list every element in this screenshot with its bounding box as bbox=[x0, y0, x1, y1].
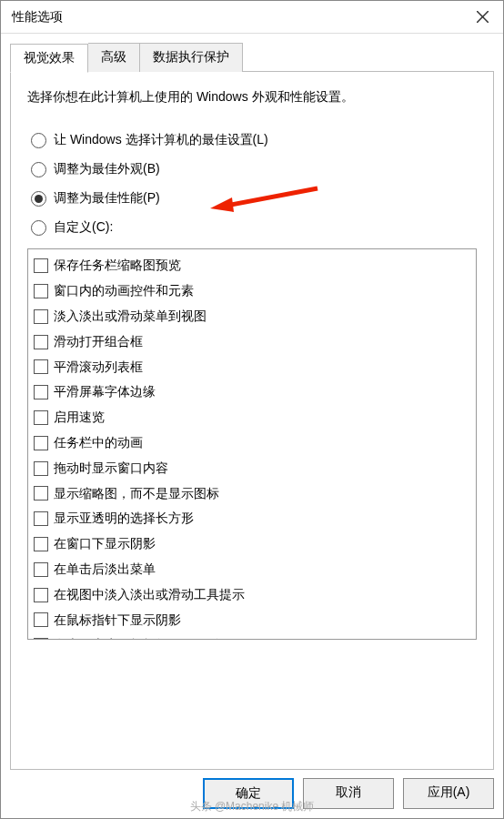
radio-best-appearance[interactable]: 调整为最佳外观(B) bbox=[31, 161, 477, 177]
option-item[interactable]: 任务栏中的动画 bbox=[34, 430, 470, 456]
option-item[interactable]: 在桌面上为图标标签使用阴影 bbox=[34, 632, 470, 640]
checkbox-icon bbox=[34, 511, 48, 526]
option-label: 在单击后淡出菜单 bbox=[54, 559, 156, 581]
checkbox-icon bbox=[34, 461, 48, 476]
checkbox-icon bbox=[34, 537, 48, 551]
radio-icon bbox=[31, 191, 46, 207]
tab-visual-effects[interactable]: 视觉效果 bbox=[10, 44, 88, 73]
apply-button[interactable]: 应用(A) bbox=[403, 778, 494, 809]
description-text: 选择你想在此计算机上使用的 Windows 外观和性能设置。 bbox=[27, 86, 477, 106]
radio-label: 自定义(C): bbox=[54, 219, 113, 236]
radio-group: 让 Windows 选择计算机的最佳设置(L) 调整为最佳外观(B) 调整为最佳… bbox=[31, 132, 477, 236]
dialog-buttons: 确定 取消 应用(A) bbox=[203, 778, 494, 809]
option-item[interactable]: 淡入淡出或滑动菜单到视图 bbox=[34, 304, 470, 329]
titlebar: 性能选项 bbox=[1, 1, 503, 34]
close-icon bbox=[477, 11, 489, 23]
option-item[interactable]: 在鼠标指针下显示阴影 bbox=[34, 608, 470, 633]
option-item[interactable]: 显示缩略图，而不是显示图标 bbox=[34, 481, 470, 507]
checkbox-icon bbox=[34, 612, 48, 627]
option-label: 滑动打开组合框 bbox=[54, 331, 143, 353]
tab-dep[interactable]: 数据执行保护 bbox=[140, 43, 243, 72]
option-label: 在视图中淡入淡出或滑动工具提示 bbox=[54, 584, 245, 606]
radio-best-performance[interactable]: 调整为最佳性能(P) bbox=[31, 190, 477, 207]
checkbox-icon bbox=[34, 359, 48, 374]
cancel-button[interactable]: 取消 bbox=[303, 778, 394, 809]
svg-line-2 bbox=[221, 188, 318, 207]
option-item[interactable]: 滑动打开组合框 bbox=[34, 329, 470, 355]
option-label: 显示缩略图，而不是显示图标 bbox=[54, 483, 219, 505]
checkbox-icon bbox=[34, 588, 48, 602]
radio-best-auto[interactable]: 让 Windows 选择计算机的最佳设置(L) bbox=[31, 132, 477, 148]
svg-marker-3 bbox=[210, 197, 234, 212]
option-item[interactable]: 拖动时显示窗口内容 bbox=[34, 456, 470, 481]
radio-label: 调整为最佳外观(B) bbox=[54, 161, 160, 177]
radio-icon bbox=[31, 162, 46, 177]
checkbox-icon bbox=[34, 309, 48, 324]
checkbox-icon bbox=[34, 436, 48, 450]
option-label: 显示亚透明的选择长方形 bbox=[54, 508, 194, 530]
option-item[interactable]: 在视图中淡入淡出或滑动工具提示 bbox=[34, 582, 470, 608]
option-item[interactable]: 窗口内的动画控件和元素 bbox=[34, 278, 470, 304]
option-label: 窗口内的动画控件和元素 bbox=[54, 280, 194, 302]
option-label: 在桌面上为图标标签使用阴影 bbox=[54, 634, 219, 640]
ok-button[interactable]: 确定 bbox=[203, 778, 294, 809]
option-label: 在窗口下显示阴影 bbox=[54, 533, 156, 555]
radio-icon bbox=[31, 133, 46, 148]
option-item[interactable]: 在窗口下显示阴影 bbox=[34, 531, 470, 557]
radio-label: 让 Windows 选择计算机的最佳设置(L) bbox=[54, 132, 268, 148]
checkbox-icon bbox=[34, 284, 48, 298]
tabs: 视觉效果 高级 数据执行保护 bbox=[10, 43, 494, 72]
window-title: 性能选项 bbox=[12, 9, 63, 25]
tab-content: 选择你想在此计算机上使用的 Windows 外观和性能设置。 让 Windows… bbox=[10, 71, 494, 770]
close-button[interactable] bbox=[461, 1, 503, 34]
checkbox-icon bbox=[34, 385, 48, 399]
option-label: 任务栏中的动画 bbox=[54, 432, 143, 454]
options-listbox[interactable]: 保存任务栏缩略图预览 窗口内的动画控件和元素 淡入淡出或滑动菜单到视图 滑动打开… bbox=[27, 248, 477, 640]
option-item[interactable]: 在单击后淡出菜单 bbox=[34, 557, 470, 582]
tab-area: 视觉效果 高级 数据执行保护 选择你想在此计算机上使用的 Windows 外观和… bbox=[10, 43, 494, 770]
checkbox-icon bbox=[34, 335, 48, 349]
radio-label: 调整为最佳性能(P) bbox=[54, 190, 160, 207]
option-label: 保存任务栏缩略图预览 bbox=[54, 255, 181, 277]
option-item[interactable]: 启用速览 bbox=[34, 405, 470, 430]
checkbox-icon bbox=[34, 410, 48, 425]
option-label: 在鼠标指针下显示阴影 bbox=[54, 610, 181, 632]
option-label: 淡入淡出或滑动菜单到视图 bbox=[54, 306, 207, 328]
option-item[interactable]: 平滑屏幕字体边缘 bbox=[34, 379, 470, 405]
checkbox-icon bbox=[34, 486, 48, 500]
radio-icon bbox=[31, 220, 46, 236]
radio-custom[interactable]: 自定义(C): bbox=[31, 219, 477, 236]
option-item[interactable]: 保存任务栏缩略图预览 bbox=[34, 253, 470, 278]
checkbox-icon bbox=[34, 258, 48, 273]
arrow-annotation bbox=[210, 185, 319, 216]
option-label: 平滑屏幕字体边缘 bbox=[54, 381, 156, 403]
option-item[interactable]: 平滑滚动列表框 bbox=[34, 355, 470, 380]
option-item[interactable]: 显示亚透明的选择长方形 bbox=[34, 506, 470, 531]
option-label: 启用速览 bbox=[54, 407, 105, 429]
tab-advanced[interactable]: 高级 bbox=[88, 43, 140, 72]
checkbox-icon bbox=[34, 638, 48, 640]
option-label: 拖动时显示窗口内容 bbox=[54, 458, 168, 480]
option-label: 平滑滚动列表框 bbox=[54, 357, 143, 379]
checkbox-icon bbox=[34, 562, 48, 577]
